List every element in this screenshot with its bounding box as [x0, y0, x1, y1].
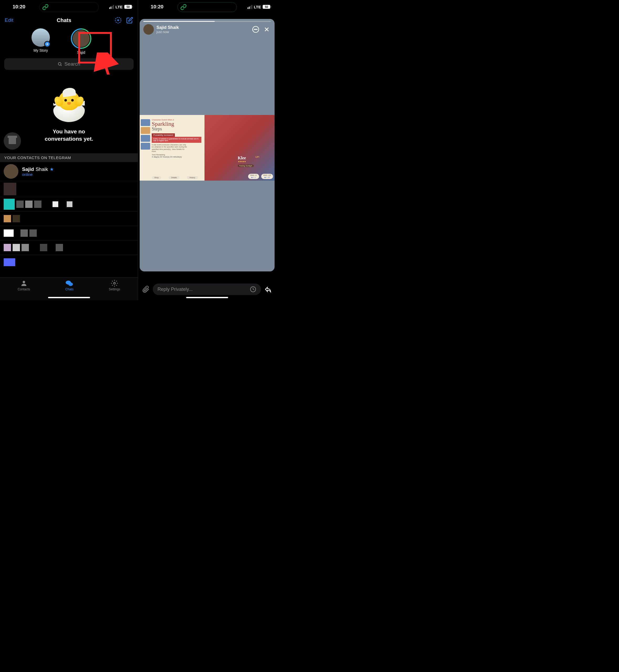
status-bar: 10:20 LTE 50: [138, 0, 276, 14]
details-button: Details: [168, 176, 179, 179]
share-icon[interactable]: [264, 285, 272, 293]
edit-button[interactable]: Edit: [5, 17, 13, 23]
premium-star-icon: ★: [50, 166, 54, 172]
story-user-name: Sajid Shaik: [156, 25, 249, 30]
my-story-avatar: +: [31, 28, 50, 47]
tab-settings[interactable]: Settings: [109, 280, 120, 300]
contact-row-redacted[interactable]: [0, 226, 138, 241]
network-label: LTE: [116, 5, 123, 9]
phone-chats-screen: 10:20 LTE 50 Edit Chats + My Story: [0, 0, 138, 300]
probability-text: Every 10 wishes is guaranteed to include…: [152, 137, 201, 143]
contact-avatar: [4, 164, 18, 179]
contacts-icon: [20, 280, 28, 287]
contact-row-redacted[interactable]: [0, 241, 138, 255]
contact-name: Sajid Shaik ★: [22, 166, 54, 172]
status-right: LTE 50: [248, 5, 270, 9]
story-user-avatar[interactable]: [143, 24, 154, 35]
reply-input[interactable]: Reply Privately...: [153, 283, 261, 295]
contact-row-redacted[interactable]: [0, 255, 138, 269]
story-user-time: just now: [156, 30, 249, 34]
story-progress: [143, 21, 271, 22]
banner-description: 5-star event-exclusive characters can on…: [152, 144, 189, 153]
contact-row-redacted[interactable]: [0, 181, 138, 197]
game-banner: Wish ✦30 ◆815 ⬡+1234 ⬡105 ✕ Character E: [140, 115, 275, 181]
empty-state: You have no conversations yet.: [0, 75, 138, 153]
dynamic-island: [178, 2, 237, 12]
plus-icon: +: [44, 41, 50, 47]
status-time: 10:20: [13, 4, 25, 10]
signal-icon: [248, 5, 252, 9]
new-story-icon[interactable]: [115, 17, 122, 24]
story-content-image: Wish ✦30 ◆815 ⬡+1234 ⬡105 ✕ Character E: [140, 115, 275, 181]
close-button[interactable]: [263, 25, 271, 33]
tab-bar: Contacts Chats Settings: [0, 277, 138, 300]
my-story-label: My Story: [33, 48, 48, 53]
home-indicator[interactable]: [48, 297, 90, 298]
stories-row: + My Story Sajid: [0, 26, 138, 57]
attach-icon[interactable]: [142, 286, 150, 293]
search-placeholder: Search: [64, 61, 80, 67]
timer-icon[interactable]: [250, 286, 256, 292]
search-icon: [58, 62, 62, 66]
contacts-section-header: YOUR CONTACTS ON TELEGRAM: [0, 153, 138, 162]
banner-title-1: Sparkling: [152, 121, 201, 127]
time-remaining-value: 3 day(s) 22 hour(s) 23 minute(s): [152, 156, 201, 158]
status-bar: 10:20 LTE 50: [0, 0, 138, 14]
status-time: 10:20: [151, 4, 163, 10]
contact-story-label: Sajid: [77, 50, 85, 55]
shop-button: Shop: [152, 176, 161, 179]
banner-tabs: [141, 119, 150, 150]
home-indicator[interactable]: [186, 297, 228, 298]
contact-row-redacted[interactable]: [0, 197, 138, 212]
svg-point-6: [69, 282, 73, 286]
story-header: Sajid Shaik just now: [143, 24, 271, 35]
svg-point-9: [254, 29, 255, 30]
phone-story-screen: 10:20 LTE 50 Sajid Shaik just now: [138, 0, 276, 300]
character-label: Klee UP! ★★★★★ Fleeing Sunlight: [238, 156, 254, 167]
signal-icon: [109, 5, 114, 9]
story-ring: [71, 28, 91, 49]
battery-icon: 50: [124, 5, 132, 9]
contact-story-avatar: [72, 29, 90, 48]
contact-row-redacted[interactable]: [0, 212, 138, 226]
time-remaining-label: Time Remaining: [152, 154, 201, 156]
status-right: LTE 50: [109, 5, 132, 9]
link-activity-icon: [180, 4, 187, 10]
history-button: History: [187, 176, 198, 179]
empty-text: You have no conversations yet.: [45, 128, 93, 143]
story-view[interactable]: Sajid Shaik just now Wish ✦30 ◆815 ⬡+123…: [140, 19, 275, 271]
archive-icon: [9, 138, 16, 144]
probability-header: Probability increased!: [152, 133, 175, 137]
network-label: LTE: [254, 5, 261, 9]
battery-icon: 50: [263, 5, 270, 9]
wish-buttons: Wish ×1◆ × 1 Wish ×10◆ × 10: [248, 174, 273, 179]
contact-row[interactable]: Sajid Shaik ★ online: [0, 162, 138, 181]
tab-contacts[interactable]: Contacts: [18, 280, 30, 300]
more-button[interactable]: [252, 25, 260, 33]
contact-status: online: [22, 172, 54, 177]
chats-header: Edit Chats: [0, 14, 138, 26]
contact-story-item[interactable]: Sajid: [71, 28, 91, 55]
chick-sticker: [51, 85, 87, 122]
svg-point-10: [256, 29, 256, 30]
page-title: Chats: [57, 17, 71, 23]
reply-bar: Reply Privately...: [138, 283, 276, 295]
svg-point-11: [257, 29, 257, 30]
svg-point-3: [58, 62, 61, 65]
banner-title-2: Steps: [152, 126, 201, 132]
link-activity-icon: [42, 4, 49, 10]
settings-icon: [111, 280, 118, 287]
my-story-item[interactable]: + My Story: [31, 28, 50, 55]
archive-button[interactable]: [4, 132, 21, 150]
reply-placeholder: Reply Privately...: [157, 287, 193, 292]
dynamic-island: [40, 2, 99, 12]
chats-icon: [65, 280, 73, 287]
compose-icon[interactable]: [126, 17, 133, 24]
svg-point-4: [22, 281, 25, 283]
search-input[interactable]: Search: [4, 58, 134, 70]
svg-point-7: [114, 282, 116, 284]
